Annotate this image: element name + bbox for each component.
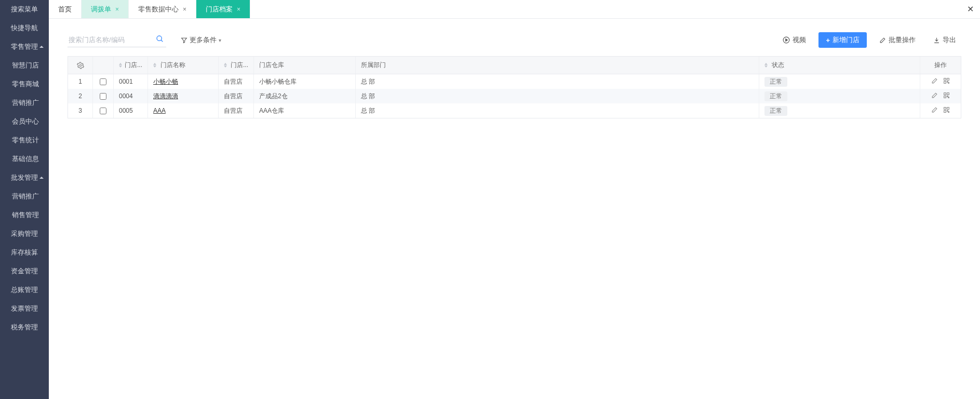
- header-label: 门店...: [231, 61, 248, 70]
- sort-icon: [764, 62, 770, 69]
- sidebar-item-label: 采购管理: [11, 229, 38, 238]
- table-row: 10001小畅小畅自营店小畅小畅仓库总 部正常: [68, 74, 961, 89]
- row-qr-icon[interactable]: [943, 92, 950, 100]
- cell-code: 0001: [114, 74, 148, 89]
- svg-line-1: [161, 40, 163, 42]
- sidebar-item-retail-mgmt[interactable]: 零售管理: [0, 37, 49, 56]
- header-type[interactable]: 门店...: [219, 57, 254, 74]
- close-icon[interactable]: ×: [115, 6, 119, 13]
- sidebar-item-member-center[interactable]: 会员中心: [0, 112, 49, 131]
- row-edit-icon[interactable]: [931, 92, 938, 100]
- cell-warehouse: 产成品2仓: [254, 89, 356, 103]
- store-name-link[interactable]: 小畅小畅: [153, 77, 178, 86]
- table-body: 10001小畅小畅自营店小畅小畅仓库总 部正常20004滴滴滴滴自营店产成品2仓…: [68, 74, 961, 118]
- sidebar-item-marketing-1[interactable]: 营销推广: [0, 94, 49, 112]
- row-qr-icon[interactable]: [943, 77, 950, 86]
- cell-warehouse: AAA仓库: [254, 103, 356, 118]
- cell-name: AAA: [148, 103, 219, 118]
- caret-up-icon: [39, 46, 44, 48]
- export-icon: [933, 37, 943, 44]
- cell-checkbox: [93, 89, 114, 103]
- new-store-label: 新增门店: [833, 35, 860, 45]
- new-store-button[interactable]: + 新增门店: [818, 32, 867, 48]
- sidebar-item-label: 库存核算: [11, 248, 38, 257]
- tab-retail-data-center[interactable]: 零售数据中心×: [129, 0, 196, 18]
- cell-warehouse: 小畅小畅仓库: [254, 74, 356, 89]
- row-edit-icon[interactable]: [931, 77, 938, 86]
- close-icon[interactable]: ×: [237, 6, 240, 13]
- search-wrap: [68, 33, 166, 47]
- sidebar-item-smart-store[interactable]: 智慧门店: [0, 56, 49, 75]
- video-button[interactable]: 视频: [777, 32, 811, 48]
- sidebar-item-tax-mgmt[interactable]: 税务管理: [0, 318, 49, 337]
- header-settings[interactable]: [68, 57, 93, 74]
- cell-status: 正常: [759, 89, 920, 103]
- status-badge: 正常: [764, 91, 787, 101]
- sidebar-item-purchase-mgmt[interactable]: 采购管理: [0, 224, 49, 243]
- sidebar-item-label: 搜索菜单: [11, 5, 38, 14]
- caret-up-icon: [39, 177, 44, 179]
- header-label: 门店仓库: [259, 61, 284, 70]
- sidebar-item-label: 发票管理: [11, 304, 38, 313]
- sidebar-item-retail-mall[interactable]: 零售商城: [0, 75, 49, 94]
- sidebar-item-funds-mgmt[interactable]: 资金管理: [0, 262, 49, 281]
- sidebar-item-inventory[interactable]: 库存核算: [0, 243, 49, 262]
- tab-home[interactable]: 首页: [49, 0, 82, 18]
- tabs-close-all-icon[interactable]: ✕: [965, 4, 975, 14]
- sidebar-item-label: 总账管理: [11, 285, 38, 295]
- batch-button[interactable]: 批量操作: [874, 32, 921, 48]
- more-conditions-label: 更多条件: [190, 35, 217, 45]
- row-edit-icon[interactable]: [931, 107, 938, 115]
- sidebar-item-sales-mgmt[interactable]: 销售管理: [0, 206, 49, 224]
- search-input[interactable]: [68, 33, 166, 47]
- sort-icon: [224, 62, 229, 69]
- sidebar-item-search-menu[interactable]: 搜索菜单: [0, 0, 49, 19]
- video-label: 视频: [793, 35, 806, 45]
- sidebar-item-ledger-mgmt[interactable]: 总账管理: [0, 281, 49, 299]
- header-status[interactable]: 状态: [759, 57, 920, 74]
- tab-label: 零售数据中心: [138, 5, 179, 14]
- sidebar-item-label: 智慧门店: [12, 61, 39, 70]
- svg-rect-7: [947, 82, 948, 83]
- row-checkbox[interactable]: [100, 108, 106, 114]
- sidebar-item-invoice-mgmt[interactable]: 发票管理: [0, 299, 49, 318]
- toolbar: 更多条件 ▾ 视频 + 新增门店 批量操作: [68, 32, 961, 48]
- sidebar-item-quick-nav[interactable]: 快捷导航: [0, 19, 49, 37]
- svg-rect-12: [947, 96, 948, 97]
- store-name-link[interactable]: AAA: [153, 107, 166, 114]
- export-button[interactable]: 导出: [928, 32, 961, 48]
- sidebar-item-retail-stats[interactable]: 零售统计: [0, 131, 49, 150]
- row-checkbox[interactable]: [100, 78, 106, 85]
- row-checkbox[interactable]: [100, 93, 106, 100]
- sidebar-item-label: 零售商城: [12, 79, 39, 89]
- svg-point-0: [157, 36, 162, 41]
- header-name[interactable]: 门店名称: [148, 57, 219, 74]
- header-code[interactable]: 门店...: [114, 57, 148, 74]
- header-warehouse: 门店仓库: [254, 57, 356, 74]
- export-label: 导出: [943, 35, 956, 45]
- sidebar-item-label: 会员中心: [12, 117, 39, 126]
- more-conditions-button[interactable]: 更多条件 ▾: [181, 35, 221, 45]
- sidebar-item-basic-info[interactable]: 基础信息: [0, 150, 49, 168]
- funnel-icon: [181, 37, 190, 44]
- svg-rect-10: [947, 93, 949, 95]
- search-icon[interactable]: [156, 35, 165, 44]
- cell-index: 1: [68, 74, 93, 89]
- batch-label: 批量操作: [889, 35, 916, 45]
- svg-rect-17: [947, 111, 948, 112]
- store-name-link[interactable]: 滴滴滴滴: [153, 92, 178, 101]
- row-qr-icon[interactable]: [943, 107, 950, 115]
- sidebar-item-label: 零售统计: [12, 136, 39, 145]
- cell-name: 滴滴滴滴: [148, 89, 219, 103]
- header-ops: 操作: [920, 57, 961, 74]
- plus-icon: +: [826, 36, 830, 44]
- tab-store-archive[interactable]: 门店档案×: [196, 0, 250, 18]
- close-icon[interactable]: ×: [183, 6, 186, 13]
- svg-rect-6: [944, 82, 946, 84]
- sidebar-item-marketing-2[interactable]: 营销推广: [0, 187, 49, 206]
- tab-transfer-order[interactable]: 调拨单×: [82, 0, 129, 18]
- sidebar-item-wholesale-mgmt[interactable]: 批发管理: [0, 168, 49, 187]
- header-dept: 所属部门: [356, 57, 759, 74]
- cell-status: 正常: [759, 74, 920, 89]
- tab-label: 调拨单: [91, 5, 111, 14]
